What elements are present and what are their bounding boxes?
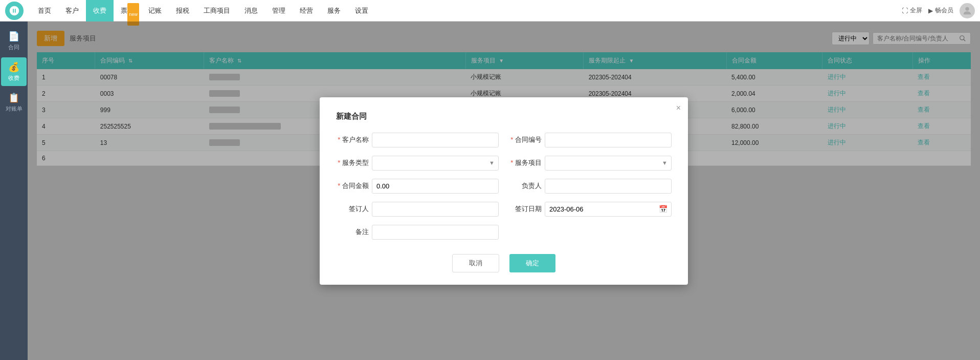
nav-message[interactable]: 消息 <box>237 0 265 22</box>
member-button[interactable]: ▶ 畅会员 <box>928 6 953 15</box>
fullscreen-icon: ⛶ <box>902 7 908 14</box>
main-content: 新增 服务项目 进行中 已完成 已终止 <box>28 22 980 360</box>
service-type-select-wrap: ▼ <box>372 156 499 171</box>
sign-date-label: 签订日期 <box>509 204 542 214</box>
form-row-5: 备注 <box>336 225 672 240</box>
field-service-type: 服务类型 ▼ <box>336 156 499 171</box>
sidebar: 📄 合同 💰 收费 📋 对账单 <box>0 22 28 360</box>
nav-manage[interactable]: 管理 <box>265 0 293 22</box>
avatar[interactable] <box>960 3 975 18</box>
contract-amount-input[interactable] <box>372 179 499 194</box>
modal-footer: 取消 确定 <box>336 254 672 272</box>
nav-settings[interactable]: 设置 <box>348 0 375 22</box>
sidebar-item-label-contract: 合同 <box>8 44 19 51</box>
cancel-button[interactable]: 取消 <box>452 254 499 272</box>
field-contract-amount: 合同金额 <box>336 179 499 194</box>
logo[interactable] <box>5 2 24 20</box>
fullscreen-button[interactable]: ⛶ 全屏 <box>902 6 922 15</box>
sign-date-wrap: 📅 <box>545 202 672 217</box>
notes-label: 备注 <box>336 227 369 237</box>
sidebar-item-label-billing: 收费 <box>8 74 19 82</box>
contract-no-input[interactable] <box>545 133 672 147</box>
form-row-1: 客户名称 合同编号 <box>336 133 672 147</box>
nav-service[interactable]: 服务 <box>320 0 348 22</box>
sidebar-item-contract[interactable]: 📄 合同 <box>1 27 27 55</box>
svg-point-0 <box>965 7 969 10</box>
nav-tax[interactable]: 报税 <box>169 0 196 22</box>
reconciliation-icon: 📋 <box>8 92 19 103</box>
service-type-label: 服务类型 <box>336 158 369 167</box>
form-row-4: 签订人 签订日期 📅 <box>336 202 672 217</box>
nav-accounting[interactable]: 记账 <box>141 0 169 22</box>
sidebar-item-label-reconciliation: 对账单 <box>6 105 23 113</box>
new-contract-modal: × 新建合同 客户名称 合同编号 服务类型 <box>320 97 688 285</box>
nav-operation[interactable]: 经营 <box>293 0 320 22</box>
responsible-input[interactable] <box>545 179 672 194</box>
confirm-button[interactable]: 确定 <box>509 254 555 272</box>
service-item-select[interactable] <box>545 156 672 171</box>
service-type-select[interactable] <box>372 156 499 171</box>
field-customer-name: 客户名称 <box>336 133 499 147</box>
form-row-2: 服务类型 ▼ 服务项目 <box>336 156 672 171</box>
nav-right-actions: ⛶ 全屏 ▶ 畅会员 <box>902 3 975 18</box>
nav-menu: 首页 客户 收费 票据 new 记账 报税 工商项目 消息 管理 经营 服务 设… <box>31 0 375 22</box>
field-sign-date: 签订日期 📅 <box>509 202 672 217</box>
responsible-label: 负责人 <box>509 181 542 190</box>
sidebar-item-billing[interactable]: 💰 收费 <box>1 57 27 86</box>
field-service-item: 服务项目 ▼ <box>509 156 672 171</box>
customer-name-input[interactable] <box>372 133 499 147</box>
field-responsible: 负责人 <box>509 179 672 194</box>
modal-close-button[interactable]: × <box>676 103 681 113</box>
modal-title: 新建合同 <box>336 112 672 121</box>
nav-billing[interactable]: 收费 <box>86 0 114 22</box>
contract-amount-label: 合同金额 <box>336 181 369 190</box>
service-item-label: 服务项目 <box>509 158 542 167</box>
nav-business[interactable]: 工商项目 <box>196 0 237 22</box>
signer-input[interactable] <box>372 202 499 217</box>
billing-icon: 💰 <box>8 61 19 73</box>
sign-date-input[interactable] <box>545 202 672 217</box>
signer-label: 签订人 <box>336 204 369 214</box>
nav-invoice[interactable]: 票据 new <box>114 0 141 22</box>
main-layout: 📄 合同 💰 收费 📋 对账单 新增 服务项目 进行中 已完成 已终止 <box>0 22 980 360</box>
top-navigation: 首页 客户 收费 票据 new 记账 报税 工商项目 消息 管理 经营 服务 设… <box>0 0 980 22</box>
sidebar-item-reconciliation[interactable]: 📋 对账单 <box>1 88 27 117</box>
service-item-select-wrap: ▼ <box>545 156 672 171</box>
form-row-3: 合同金额 负责人 <box>336 179 672 194</box>
notes-input[interactable] <box>372 225 499 240</box>
field-notes-spacer <box>509 225 672 240</box>
contract-no-label: 合同编号 <box>509 135 542 144</box>
fullscreen-label: 全屏 <box>910 6 922 15</box>
field-contract-no: 合同编号 <box>509 133 672 147</box>
nav-home[interactable]: 首页 <box>31 0 58 22</box>
modal-overlay[interactable]: × 新建合同 客户名称 合同编号 服务类型 <box>28 22 980 360</box>
contract-icon: 📄 <box>8 31 19 42</box>
customer-name-label: 客户名称 <box>336 135 369 144</box>
field-signer: 签订人 <box>336 202 499 217</box>
field-notes: 备注 <box>336 225 499 240</box>
member-label: 畅会员 <box>935 6 953 15</box>
nav-customer[interactable]: 客户 <box>58 0 86 22</box>
play-icon: ▶ <box>928 7 933 14</box>
